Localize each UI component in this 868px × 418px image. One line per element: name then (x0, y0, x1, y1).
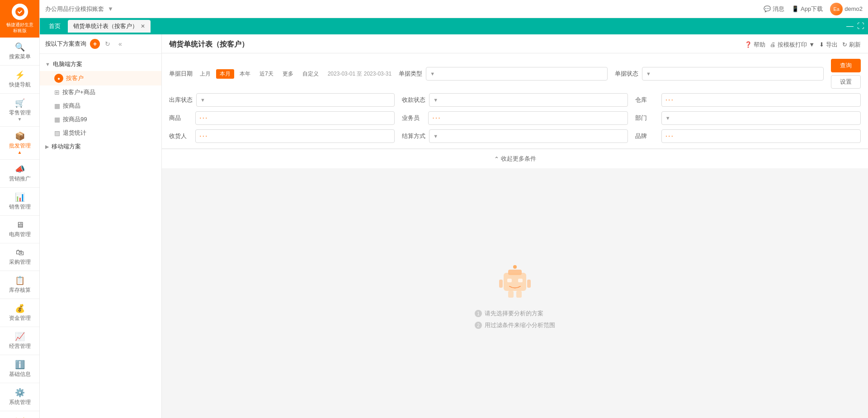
product-input[interactable]: ··· (195, 111, 395, 125)
hint-2: 2 用过滤条件来缩小分析范围 (475, 321, 555, 329)
tab-home-label: 首页 (49, 22, 61, 30)
tabbar-actions: — ⛶ (846, 22, 864, 30)
order-status-input[interactable]: ▼ (642, 67, 824, 81)
app-download-label: App下载 (801, 5, 823, 13)
retail-arrow: ▼ (18, 117, 22, 122)
out-status-input[interactable]: ▼ (196, 93, 395, 107)
mobile-group-label: 移动端方案 (52, 142, 81, 151)
sidebar-item-quick[interactable]: ⚡ 快捷导航 (0, 66, 39, 94)
settlement-input[interactable]: ▼ (429, 129, 627, 143)
date-pill-7days[interactable]: 近7天 (256, 69, 277, 79)
sidebar-item-collab[interactable]: 🤝 企业协同 (0, 411, 39, 418)
svg-point-0 (15, 7, 24, 16)
scheme-by-product[interactable]: ▦ 按商品 (40, 99, 161, 113)
scheme-customer-label: 按客户 (66, 74, 84, 82)
sidebar-item-marketing[interactable]: 📣 营销推广 (0, 160, 39, 188)
refresh-btn[interactable]: ↻ 刷新 (842, 41, 861, 49)
date-field: 单据日期 上月 本月 本年 近7天 更多 自定义 2023-03-01 至 20… (169, 69, 392, 79)
system-icon: ⚙️ (15, 388, 25, 398)
receipt-status-input[interactable]: ▼ (429, 93, 627, 107)
dept-caret: ▼ (665, 115, 670, 121)
tab-home[interactable]: 首页 (43, 20, 66, 33)
desktop-group-label: 电脑端方案 (53, 60, 82, 68)
sidebar-item-finance[interactable]: 💰 资金管理 (0, 299, 39, 327)
date-pill-this-year[interactable]: 本年 (236, 69, 254, 79)
print-arrow-icon: ▼ (809, 41, 815, 48)
add-scheme-btn[interactable]: + (90, 39, 100, 49)
print-btn[interactable]: 🖨 按模板打印 ▼ (770, 41, 815, 49)
query-btn[interactable]: 查询 (831, 59, 861, 72)
sidebar-item-wholesale[interactable]: 📦 批发管理 ▲ (0, 127, 39, 160)
dept-field: 部门 ▼ (635, 111, 861, 125)
collapse-row: ⌃ 收起更多条件 (162, 149, 868, 168)
empty-illustration (492, 257, 538, 302)
salesperson-label: 业务员 (402, 114, 425, 122)
scheme-by-customer[interactable]: ● 按客户 (40, 71, 161, 86)
content-area: 按以下方案查询 + ↻ « ▼ 电脑端方案 ● 按客户 ⊞ (40, 34, 868, 418)
app-name: 办公用品行业模拟账套 (45, 5, 104, 13)
setting-btn[interactable]: 设置 (831, 75, 861, 89)
order-status-field: 单据状态 ▼ (615, 67, 824, 81)
maximize-icon[interactable]: ⛶ (857, 22, 864, 30)
date-pill-more[interactable]: 更多 (279, 69, 297, 79)
desktop-group[interactable]: ▼ 电脑端方案 (40, 57, 161, 71)
print-label: 按模板打印 (778, 41, 807, 49)
topbar: 办公用品行业模拟账套 ▼ 💬 消息 📱 App下载 Ea demo2 (40, 0, 868, 18)
collapse-up-icon: ⌃ (494, 156, 499, 162)
refresh-scheme-btn[interactable]: ↻ (103, 39, 113, 49)
sidebar-item-ecommerce[interactable]: 🖥 电商管理 (0, 216, 39, 243)
consignee-input[interactable]: ··· (195, 129, 395, 143)
sidebar-label-finance: 资金管理 (9, 314, 31, 322)
consignee-label: 收货人 (169, 132, 192, 140)
sidebar-item-sales[interactable]: 📊 销售管理 (0, 188, 39, 216)
sidebar-label-quick: 快捷导航 (9, 81, 31, 89)
sidebar-item-search[interactable]: 🔍 搜索菜单 (0, 38, 39, 66)
brand-input[interactable]: ··· (661, 129, 861, 143)
download-icon: 📱 (792, 5, 799, 12)
mobile-group[interactable]: ▶ 移动端方案 (40, 140, 161, 153)
close-tab-icon[interactable]: ✕ (141, 23, 145, 29)
empty-hints: 1 请先选择要分析的方案 2 用过滤条件来缩小分析范围 (475, 309, 555, 329)
salesperson-input[interactable]: ··· (428, 111, 627, 125)
tab-sales-stats[interactable]: 销货单统计表（按客户） ✕ (68, 20, 151, 33)
sidebar-item-inventory[interactable]: 📋 库存核算 (0, 271, 39, 299)
message-btn[interactable]: 💬 消息 (764, 5, 784, 13)
date-range: 2023-03-01 至 2023-03-31 (328, 70, 392, 78)
user-menu[interactable]: Ea demo2 (830, 3, 863, 15)
app-download-btn[interactable]: 📱 App下载 (792, 5, 823, 13)
help-btn[interactable]: ❓ 帮助 (745, 41, 765, 49)
sidebar-item-base[interactable]: ℹ️ 基础信息 (0, 355, 39, 383)
inventory-icon: 📋 (15, 276, 25, 285)
order-type-label: 单据类型 (399, 70, 422, 78)
scheme-by-product99[interactable]: ▦ 按商品99 (40, 113, 161, 126)
export-btn[interactable]: ⬇ 导出 (819, 41, 838, 49)
refresh-label: 刷新 (849, 41, 861, 49)
scheme-by-customer-product[interactable]: ⊞ 按客户+商品 (40, 86, 161, 99)
sidebar-item-retail[interactable]: 🛒 零售管理 ▼ (0, 94, 39, 127)
svg-rect-5 (518, 279, 523, 282)
scheme-return-stats[interactable]: ▨ 退货统计 (40, 126, 161, 140)
refresh-icon: ↻ (842, 41, 847, 48)
date-pill-this-month[interactable]: 本月 (216, 69, 234, 79)
sidebar-item-purchase[interactable]: 🛍 采购管理 (0, 243, 39, 271)
minimize-icon[interactable]: — (846, 22, 854, 30)
warehouse-input[interactable]: ··· (661, 93, 861, 107)
dept-input[interactable]: ▼ (661, 111, 861, 125)
order-type-input[interactable]: ▼ (426, 67, 608, 81)
salesperson-field: 业务员 ··· (402, 111, 627, 125)
sidebar-item-system[interactable]: ⚙️ 系统管理 (0, 383, 39, 411)
sidebar-item-business[interactable]: 📈 经营管理 (0, 327, 39, 355)
app-logo: 畅捷通好生意 标账版 (0, 0, 40, 38)
scheme-customer-product-label: 按客户+商品 (62, 88, 95, 96)
help-icon: ❓ (745, 41, 752, 48)
scheme-tree: ▼ 电脑端方案 ● 按客户 ⊞ 按客户+商品 ▦ 按商品 ▦ 按商品99 (40, 54, 161, 157)
date-pill-last-month[interactable]: 上月 (196, 69, 214, 79)
hint-text-2: 用过滤条件来缩小分析范围 (485, 321, 555, 329)
svg-rect-6 (499, 280, 503, 288)
collab-icon: 🤝 (15, 416, 25, 418)
date-pill-custom[interactable]: 自定义 (299, 69, 322, 79)
collapse-panel-btn[interactable]: « (115, 39, 125, 49)
topbar-right: 💬 消息 📱 App下载 Ea demo2 (764, 3, 863, 15)
finance-icon: 💰 (15, 304, 25, 314)
collapse-btn[interactable]: ⌃ 收起更多条件 (489, 153, 542, 165)
